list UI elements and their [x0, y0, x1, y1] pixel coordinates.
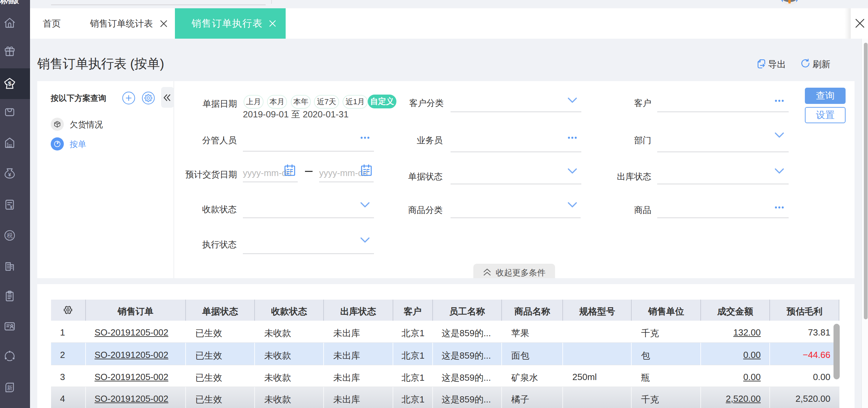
svg-text:¥: ¥	[8, 172, 11, 177]
svg-text:税: 税	[7, 232, 13, 239]
svg-text:$: $	[8, 80, 11, 87]
svg-text:¥: ¥	[10, 204, 13, 210]
svg-text:新: 新	[7, 385, 12, 391]
